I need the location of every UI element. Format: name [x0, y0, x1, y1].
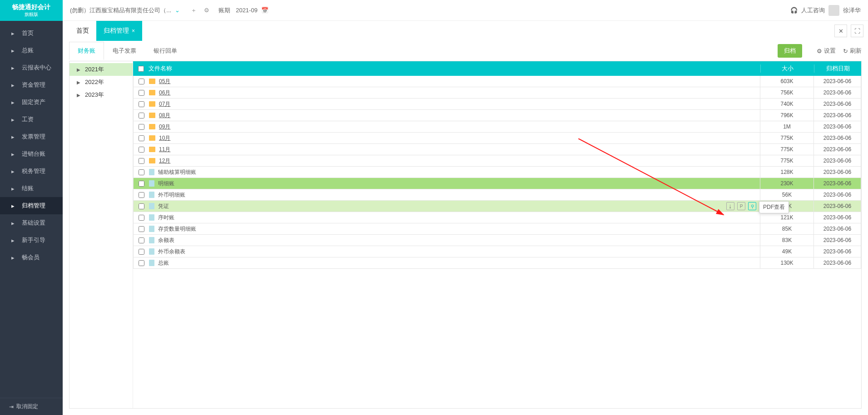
company-selector[interactable]: (勿删）江西服宝精品有限责任公司（...: [70, 6, 171, 15]
file-name[interactable]: 07月: [159, 100, 170, 108]
file-size: 130K: [760, 257, 813, 268]
page-tab[interactable]: 归档管理×: [96, 21, 142, 41]
gear-icon[interactable]: ⚙: [204, 7, 209, 14]
file-name: 辅助核算明细账: [158, 168, 196, 176]
logo-title: 畅捷通好会计: [12, 3, 50, 11]
close-all-button[interactable]: ✕: [834, 25, 847, 37]
file-name[interactable]: 12月: [159, 157, 170, 165]
row-checkbox[interactable]: [139, 249, 144, 255]
table-row[interactable]: 序时账121K2023-06-06: [133, 212, 861, 223]
table-row[interactable]: 总账130K2023-06-06: [133, 257, 861, 269]
row-checkbox[interactable]: [139, 237, 144, 243]
add-icon[interactable]: ＋: [191, 6, 197, 15]
nav-item-chart[interactable]: ▸云报表中心: [0, 59, 63, 76]
pdf-icon[interactable]: P: [737, 202, 745, 210]
sub-tab[interactable]: 财务账: [69, 42, 104, 60]
nav-item-salary[interactable]: ▸工资: [0, 111, 63, 128]
user-name[interactable]: 徐泽华: [843, 6, 861, 15]
calendar-icon[interactable]: 📅: [261, 7, 268, 14]
row-checkbox[interactable]: [139, 79, 144, 84]
nav-item-ledger[interactable]: ▸总账: [0, 42, 63, 59]
fullscreen-button[interactable]: ⛶: [851, 25, 863, 37]
tree-node[interactable]: ▶2021年: [69, 63, 133, 76]
archive-button[interactable]: 归档: [778, 44, 802, 58]
nav-item-invoice[interactable]: ▸发票管理: [0, 128, 63, 145]
table-row[interactable]: 05月603K2023-06-06: [133, 76, 861, 87]
row-checkbox[interactable]: [139, 124, 144, 130]
download-icon[interactable]: ⭳: [726, 202, 734, 210]
nav-item-home[interactable]: ▸首页: [0, 25, 63, 42]
page-tabs: 首页归档管理× ✕ ⛶: [63, 21, 868, 41]
pin-toggle[interactable]: ⇥取消固定: [0, 398, 63, 415]
file-date: 2023-06-06: [813, 121, 861, 132]
file-name[interactable]: 10月: [159, 134, 170, 142]
main: (勿删）江西服宝精品有限责任公司（... ⌄ ＋ ⚙ 账期 2021-09 📅 …: [63, 0, 868, 415]
period-value[interactable]: 2021-09: [236, 7, 258, 14]
table-row[interactable]: 12月775K2023-06-06: [133, 155, 861, 167]
row-checkbox[interactable]: [139, 260, 144, 266]
row-checkbox[interactable]: [139, 192, 144, 198]
row-checkbox[interactable]: [139, 158, 144, 164]
table-row[interactable]: 07月740K2023-06-06: [133, 99, 861, 110]
chart-icon: ▸: [9, 64, 16, 71]
row-checkbox[interactable]: [139, 181, 144, 187]
headset-icon[interactable]: 🎧: [790, 7, 798, 14]
nav-item-guide[interactable]: ▸新手引导: [0, 232, 63, 249]
row-checkbox[interactable]: [139, 147, 144, 153]
file-size: 603K: [760, 76, 813, 87]
folder-icon: [149, 101, 155, 107]
row-checkbox[interactable]: [139, 203, 144, 209]
table-row[interactable]: 外币余额表49K2023-06-06: [133, 246, 861, 257]
nav-item-archive[interactable]: ▸归档管理: [0, 197, 63, 214]
table-row[interactable]: 余额表83K2023-06-06: [133, 235, 861, 246]
file-name[interactable]: 11月: [159, 146, 170, 153]
avatar[interactable]: [828, 5, 839, 16]
table-row[interactable]: 辅助核算明细账128K2023-06-06: [133, 167, 861, 178]
nav-item-close-book[interactable]: ▸结账: [0, 180, 63, 197]
row-checkbox[interactable]: [139, 113, 144, 119]
table-row[interactable]: 10月775K2023-06-06: [133, 133, 861, 144]
sub-tab[interactable]: 银行回单: [145, 42, 186, 60]
page-tab[interactable]: 首页: [69, 21, 96, 41]
nav-label: 畅会员: [22, 253, 40, 262]
tree-node[interactable]: ▶2022年: [69, 76, 133, 89]
row-checkbox[interactable]: [139, 169, 144, 175]
file-date: 2023-06-06: [813, 99, 861, 109]
file-name[interactable]: 09月: [159, 123, 170, 131]
close-icon[interactable]: ×: [132, 28, 135, 34]
nav-item-money[interactable]: ▸资金管理: [0, 76, 63, 94]
file-icon: [149, 169, 154, 175]
table-row[interactable]: 09月1M2023-06-06: [133, 121, 861, 133]
sub-tab[interactable]: 电子发票: [104, 42, 145, 60]
nav-item-tax[interactable]: ▸税务管理: [0, 163, 63, 180]
nav-item-settings[interactable]: ▸基础设置: [0, 214, 63, 232]
file-name[interactable]: 06月: [159, 89, 170, 97]
table-row[interactable]: 06月756K2023-06-06: [133, 87, 861, 99]
table-row[interactable]: 凭证⭳P⚲PDF查看33K2023-06-06: [133, 201, 861, 212]
tree-node[interactable]: ▶2023年: [69, 89, 133, 101]
preview-icon[interactable]: ⚲: [748, 202, 756, 210]
table-row[interactable]: 11月775K2023-06-06: [133, 144, 861, 155]
table-row[interactable]: 存货数量明细账85K2023-06-06: [133, 223, 861, 235]
refresh-button[interactable]: ↻刷新: [843, 47, 862, 55]
nav-item-vip[interactable]: ▸畅会员: [0, 249, 63, 266]
file-name[interactable]: 08月: [159, 112, 170, 119]
row-checkbox[interactable]: [139, 215, 144, 221]
table-row[interactable]: 明细账230K2023-06-06: [133, 178, 861, 189]
vip-icon: ▸: [9, 254, 16, 261]
table-row[interactable]: 08月796K2023-06-06: [133, 110, 861, 121]
guide-icon: ▸: [9, 237, 16, 244]
row-checkbox[interactable]: [139, 226, 144, 232]
row-checkbox[interactable]: [139, 90, 144, 96]
settings-button[interactable]: ⚙设置: [817, 47, 836, 55]
select-all-checkbox[interactable]: [138, 66, 144, 72]
consult-link[interactable]: 人工咨询: [801, 6, 825, 15]
table-row[interactable]: 外币明细账56K2023-06-06: [133, 189, 861, 201]
row-checkbox[interactable]: [139, 101, 144, 107]
file-name[interactable]: 05月: [159, 78, 170, 85]
nav-item-asset[interactable]: ▸固定资产: [0, 94, 63, 111]
file-size: 796K: [760, 110, 813, 121]
chevron-down-icon[interactable]: ⌄: [175, 7, 180, 14]
row-checkbox[interactable]: [139, 135, 144, 141]
nav-item-stock[interactable]: ▸进销台账: [0, 145, 63, 163]
